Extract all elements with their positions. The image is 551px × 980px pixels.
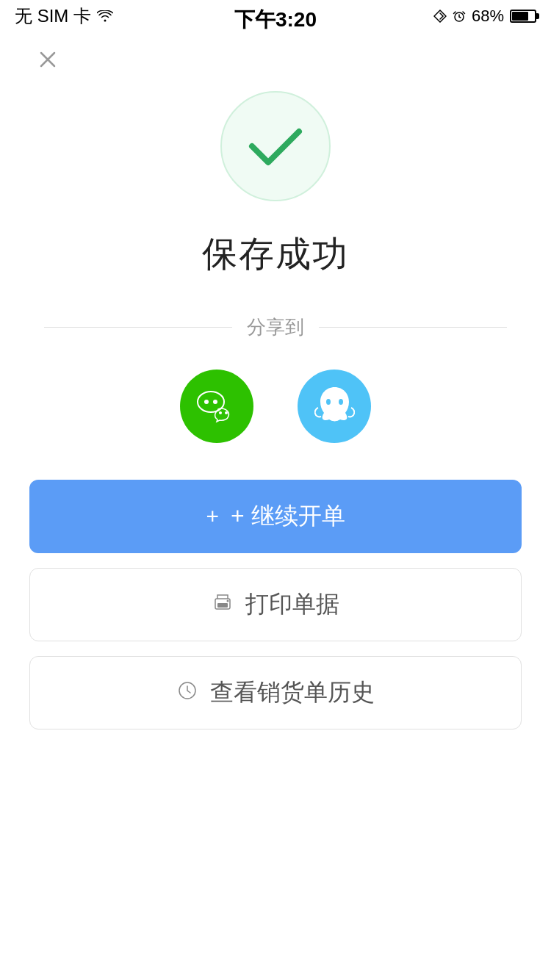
wechat-icon	[195, 387, 239, 425]
svg-point-6	[326, 399, 331, 405]
actions: + + 继续开单 打印单据 查看销货单历	[0, 480, 551, 729]
battery-icon	[510, 10, 536, 23]
history-button[interactable]: 查看销货单历史	[29, 656, 522, 729]
status-bar: 无 SIM 卡 下午3:20 68%	[0, 0, 551, 32]
history-icon	[176, 680, 198, 707]
svg-point-3	[213, 400, 217, 404]
share-divider: 分享到	[0, 314, 551, 340]
location-icon	[433, 10, 447, 23]
history-label: 查看销货单历史	[210, 677, 375, 709]
share-label: 分享到	[247, 314, 304, 340]
svg-point-4	[219, 411, 222, 414]
qq-share-button[interactable]	[298, 370, 371, 443]
print-label: 打印单据	[245, 588, 339, 621]
main-content: 保存成功 分享到	[0, 32, 551, 729]
qq-icon	[314, 384, 355, 428]
wechat-share-button[interactable]	[180, 370, 253, 443]
close-icon	[37, 48, 59, 71]
success-circle	[220, 91, 331, 201]
status-time: 下午3:20	[234, 6, 317, 34]
print-button[interactable]: 打印单据	[29, 568, 522, 641]
continue-label: + 继续开单	[231, 500, 345, 533]
svg-point-7	[339, 399, 343, 405]
battery-percent: 68%	[472, 7, 504, 26]
print-icon	[212, 591, 234, 619]
svg-point-10	[227, 599, 229, 602]
svg-point-2	[204, 400, 209, 404]
alarm-icon	[453, 10, 466, 23]
divider-left	[44, 327, 232, 328]
svg-rect-9	[217, 603, 228, 608]
status-left: 无 SIM 卡	[15, 4, 113, 28]
share-icons	[180, 370, 371, 443]
success-title: 保存成功	[202, 231, 349, 278]
plus-icon: +	[206, 504, 219, 529]
close-button[interactable]	[29, 41, 66, 78]
wifi-icon	[97, 10, 113, 22]
checkmark-icon	[246, 124, 305, 168]
status-right: 68%	[433, 7, 536, 26]
no-sim-text: 无 SIM 卡	[15, 4, 91, 28]
svg-point-5	[225, 411, 228, 414]
continue-button[interactable]: + + 继续开单	[29, 480, 522, 553]
share-section: 分享到	[0, 314, 551, 443]
divider-right	[319, 327, 507, 328]
